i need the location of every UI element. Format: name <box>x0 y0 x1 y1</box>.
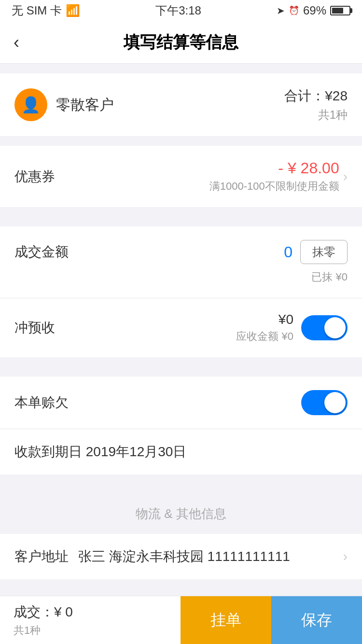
customer-row: 👤 零散客户 合计：¥28 共1种 <box>0 73 362 136</box>
bottom-summary-label: 成交： <box>14 604 54 619</box>
battery-fill <box>332 8 343 14</box>
customer-name: 零散客户 <box>56 95 114 115</box>
address-row[interactable]: 客户地址 张三 海淀永丰科技园 11111111111 › <box>0 534 362 579</box>
coupon-detail: - ¥ 28.00 满1000-100不限制使用金额 <box>209 159 339 194</box>
customer-count: 共1种 <box>284 107 348 123</box>
status-right: ➤ ⏰ 69% <box>277 4 350 17</box>
address-label: 客户地址 <box>14 547 69 566</box>
customer-info: 👤 零散客户 <box>14 88 114 121</box>
deal-label: 成交金额 <box>14 243 69 261</box>
battery-text: 69% <box>303 4 326 17</box>
location-icon: ➤ <box>277 5 285 16</box>
prepay-row: 冲预收 ¥0 应收金额 ¥0 <box>0 298 362 357</box>
coupon-chevron-icon: › <box>343 169 348 184</box>
status-time: 下午3:18 <box>155 3 201 18</box>
status-left: 无 SIM 卡 📶 <box>12 3 80 18</box>
prepay-toggle[interactable] <box>301 315 348 340</box>
logistics-section: 物流 & 其他信息 <box>0 494 362 534</box>
section-gap-2 <box>0 207 362 217</box>
address-chevron-icon: › <box>343 549 348 564</box>
customer-summary: 合计：¥28 共1种 <box>284 87 348 123</box>
prepay-amount: ¥0 <box>236 312 293 327</box>
duedate-text: 收款到期日 2019年12月30日 <box>14 444 186 459</box>
deal-section: 成交金额 0 抹零 已抹 ¥0 <box>0 226 362 298</box>
coupon-right: - ¥ 28.00 满1000-100不限制使用金额 › <box>209 159 348 194</box>
bottom-summary-amount: ¥ 0 <box>54 604 73 619</box>
customer-avatar: 👤 <box>14 88 47 121</box>
bottom-summary-line: 成交：¥ 0 <box>14 603 167 621</box>
save-button[interactable]: 保存 <box>271 596 362 644</box>
alarm-icon: ⏰ <box>289 5 299 16</box>
battery-icon <box>330 6 350 15</box>
debt-section: 本单赊欠 <box>0 377 362 429</box>
deal-value: 0 <box>284 243 292 261</box>
section-gap-1 <box>0 136 362 146</box>
coupon-row[interactable]: 优惠券 - ¥ 28.00 满1000-100不限制使用金额 › <box>0 146 362 207</box>
back-button[interactable]: ‹ <box>14 32 19 53</box>
debt-label: 本单赊欠 <box>14 393 69 412</box>
address-value: 张三 海淀永丰科技园 11111111111 <box>78 547 343 566</box>
toggle-knob <box>324 317 346 338</box>
save-button-label: 保存 <box>301 610 332 631</box>
bottom-summary: 成交：¥ 0 共1种 <box>0 596 181 644</box>
nav-bar: ‹ 填写结算等信息 <box>0 21 362 64</box>
page-title: 填写结算等信息 <box>124 31 238 54</box>
deal-right: 0 抹零 <box>284 240 348 264</box>
duedate-row: 收款到期日 2019年12月30日 <box>0 429 362 475</box>
wifi-icon: 📶 <box>66 4 80 17</box>
section-gap-4 <box>0 475 362 484</box>
avatar-icon: 👤 <box>21 96 41 114</box>
hang-button[interactable]: 挂单 <box>181 596 271 644</box>
deal-row: 成交金额 0 抹零 <box>14 240 348 264</box>
round-button[interactable]: 抹零 <box>300 240 348 264</box>
coupon-desc: 满1000-100不限制使用金额 <box>209 179 339 194</box>
prepay-receivable: 应收金额 ¥0 <box>236 329 293 344</box>
coupon-label: 优惠券 <box>14 168 55 186</box>
logistics-label: 物流 & 其他信息 <box>136 506 226 521</box>
customer-total: 合计：¥28 <box>284 87 348 105</box>
debt-toggle[interactable] <box>301 390 348 415</box>
already-rounded-text: 已抹 ¥0 <box>14 270 348 284</box>
address-chevron: › <box>343 549 348 564</box>
carrier-text: 无 SIM 卡 <box>12 3 62 18</box>
prepay-right: ¥0 应收金额 ¥0 <box>236 312 348 344</box>
hang-button-label: 挂单 <box>210 610 241 631</box>
debt-toggle-knob <box>324 392 346 413</box>
section-gap-3 <box>0 357 362 367</box>
bottom-summary-count: 共1种 <box>14 623 167 638</box>
bottom-bar: 成交：¥ 0 共1种 挂单 保存 <box>0 596 362 644</box>
coupon-amount: - ¥ 28.00 <box>209 159 339 177</box>
prepay-amounts: ¥0 应收金额 ¥0 <box>236 312 293 344</box>
status-bar: 无 SIM 卡 📶 下午3:18 ➤ ⏰ 69% <box>0 0 362 21</box>
prepay-label: 冲预收 <box>14 319 55 337</box>
